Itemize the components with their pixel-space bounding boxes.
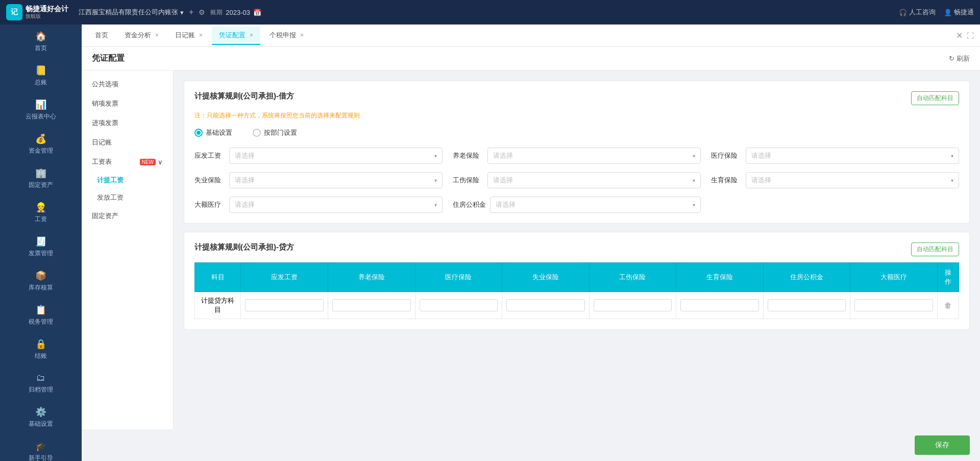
label-sybx2: 生育保险	[711, 176, 742, 185]
td-yfgz[interactable]	[241, 292, 328, 319]
radio-dept[interactable]: 按部门设置	[253, 128, 297, 137]
sidebar-item-tax[interactable]: 📋 税务管理	[0, 298, 82, 332]
tab-capital[interactable]: 资金分析 ×	[117, 27, 166, 45]
label-zfgjj: 住房公积金	[453, 200, 486, 209]
label-ylbx2: 医疗保险	[711, 151, 742, 160]
sidebar-item-closing[interactable]: 🔒 结账	[0, 332, 82, 367]
input-gsbx[interactable]	[594, 299, 672, 311]
tab-tax[interactable]: 个税申报 ×	[262, 27, 311, 45]
input-sybx[interactable]	[506, 299, 585, 311]
nav-journal[interactable]: 日记账	[82, 133, 173, 152]
sidebar-item-reports[interactable]: 📊 云报表中心	[0, 93, 82, 127]
left-nav: 公共选项 销项发票 进项发票 日记账 工资表 NEW ∨	[82, 70, 174, 429]
nav-public[interactable]: 公共选项	[82, 75, 173, 94]
debit-note: 注：只能选择一种方式，系统将按照您当前的选择来配置规则	[194, 111, 959, 120]
settings-icon[interactable]: ⚙	[199, 8, 205, 16]
nav-fixed-assets[interactable]: 固定资产	[82, 206, 173, 226]
field-yfgz: 应发工资 请选择 ▾	[194, 148, 443, 164]
td-sybx2[interactable]	[676, 292, 764, 319]
tab-home[interactable]: 首页	[88, 27, 115, 45]
td-ylbx2[interactable]	[415, 292, 502, 319]
select-gsbx[interactable]: 请选择 ▾	[487, 172, 701, 188]
two-panel: 公共选项 销项发票 进项发票 日记账 工资表 NEW ∨	[82, 70, 980, 429]
input-ylbx[interactable]	[332, 299, 411, 311]
user-profile[interactable]: 👤 畅捷通	[944, 8, 974, 17]
tab-capital-close[interactable]: ×	[155, 32, 159, 39]
td-delete[interactable]: 🗑	[937, 292, 959, 319]
input-dayl[interactable]	[854, 299, 933, 311]
select-sybx2[interactable]: 请选择 ▾	[746, 172, 959, 188]
sidebar-item-guide[interactable]: 🎓 新手引导	[0, 434, 82, 461]
input-ylbx2[interactable]	[420, 299, 498, 311]
select-zfgjj[interactable]: 请选择 ▾	[490, 197, 701, 213]
delete-icon[interactable]: 🗑	[944, 301, 951, 309]
table-row: 计提贷方科目 🗑	[195, 292, 959, 319]
label-sybx: 失业保险	[194, 176, 225, 185]
sidebar-label-fixed-assets: 固定资产	[29, 181, 53, 189]
tab-close-all[interactable]: ✕	[956, 31, 963, 40]
select-yfgz[interactable]: 请选择 ▾	[229, 148, 443, 164]
refresh-button[interactable]: ↻ 刷新	[949, 54, 970, 63]
tab-journal-close[interactable]: ×	[199, 32, 203, 39]
credit-auto-match-button[interactable]: 自动匹配科目	[911, 242, 959, 256]
period-selector[interactable]: 账期 2023-03 📅	[210, 8, 261, 17]
input-yfgz[interactable]	[245, 299, 324, 311]
debit-auto-match-button[interactable]: 自动匹配科目	[911, 91, 959, 105]
sidebar-item-fixed-assets[interactable]: 🏢 固定资产	[0, 161, 82, 196]
company-selector[interactable]: 江西服宝精品有限责任公司内账张 ▾	[79, 8, 184, 17]
company-dropdown-icon[interactable]: ▾	[180, 9, 184, 16]
sidebar-item-inventory[interactable]: 📦 库存核算	[0, 264, 82, 298]
tab-home-label: 首页	[95, 31, 108, 40]
td-dayl[interactable]	[850, 292, 938, 319]
select-dayl[interactable]: 请选择 ▾	[229, 197, 443, 213]
nav-sales[interactable]: 销项发票	[82, 94, 173, 113]
tab-expand[interactable]: ⛶	[967, 32, 974, 40]
td-sybx[interactable]	[502, 292, 590, 319]
consult-button[interactable]: 🎧 人工咨询	[899, 8, 936, 17]
select-sybx[interactable]: 请选择 ▾	[229, 172, 443, 188]
sidebar-item-salary[interactable]: 👷 工资	[0, 196, 82, 230]
nav-purchase[interactable]: 进项发票	[82, 113, 173, 133]
select-ylbx-arrow: ▾	[693, 153, 695, 159]
select-dayl-arrow: ▾	[434, 202, 437, 208]
tab-journal[interactable]: 日记账 ×	[168, 27, 210, 45]
sidebar-item-invoice[interactable]: 🧾 发票管理	[0, 230, 82, 264]
tab-voucher[interactable]: 凭证配置 ×	[212, 27, 260, 45]
guide-icon: 🎓	[35, 441, 46, 452]
th-sybx: 失业保险	[502, 263, 590, 292]
tab-tax-close[interactable]: ×	[300, 32, 304, 39]
td-ylbx[interactable]	[328, 292, 415, 319]
sidebar-item-home[interactable]: 🏠 首页	[0, 25, 82, 59]
nav-calc-salary[interactable]: 计提工资	[82, 172, 173, 189]
th-zfgjj: 住房公积金	[763, 263, 850, 292]
sidebar-item-settings[interactable]: ⚙️ 基础设置	[0, 400, 82, 434]
nav-pay-salary[interactable]: 发放工资	[82, 189, 173, 206]
td-gsbx[interactable]	[589, 292, 676, 319]
nav-sales-label: 销项发票	[92, 99, 118, 108]
select-ylbx2[interactable]: 请选择 ▾	[746, 148, 959, 164]
select-ylbx[interactable]: 请选择 ▾	[487, 148, 701, 164]
select-sybx-arrow: ▾	[434, 178, 437, 183]
tab-voucher-close[interactable]: ×	[250, 32, 253, 39]
input-sybx2[interactable]	[680, 299, 759, 311]
add-tab-button[interactable]: +	[189, 8, 193, 17]
sidebar-item-ledger[interactable]: 📒 总账	[0, 59, 82, 93]
calendar-icon[interactable]: 📅	[253, 9, 261, 16]
new-badge: NEW	[140, 159, 156, 165]
sidebar-label-inventory: 库存核算	[29, 283, 53, 292]
radio-basic[interactable]: 基础设置	[194, 128, 232, 137]
th-action: 操作	[937, 263, 959, 292]
input-zfgjj[interactable]	[768, 299, 846, 311]
refresh-icon: ↻	[949, 55, 954, 62]
radio-basic-circle	[194, 129, 203, 137]
credit-section: 计提核算规则(公司承担)-贷方 自动匹配科目 科目 应发工资 养老保险 医疗保险…	[184, 232, 970, 330]
logo-text-block: 畅捷通好会计 旗舰版	[26, 5, 68, 20]
debit-header-row: 计提核算规则(公司承担)-借方 自动匹配科目	[194, 91, 959, 105]
nav-salary-table[interactable]: 工资表 NEW ∨	[82, 152, 173, 172]
username-label: 畅捷通	[954, 8, 974, 17]
sidebar-item-capital[interactable]: 💰 资金管理	[0, 127, 82, 161]
sidebar-item-archive[interactable]: 🗂 归档管理	[0, 367, 82, 400]
td-zfgjj[interactable]	[763, 292, 850, 319]
field-gsbx: 工伤保险 请选择 ▾	[453, 172, 701, 188]
save-button[interactable]: 保存	[915, 435, 970, 455]
